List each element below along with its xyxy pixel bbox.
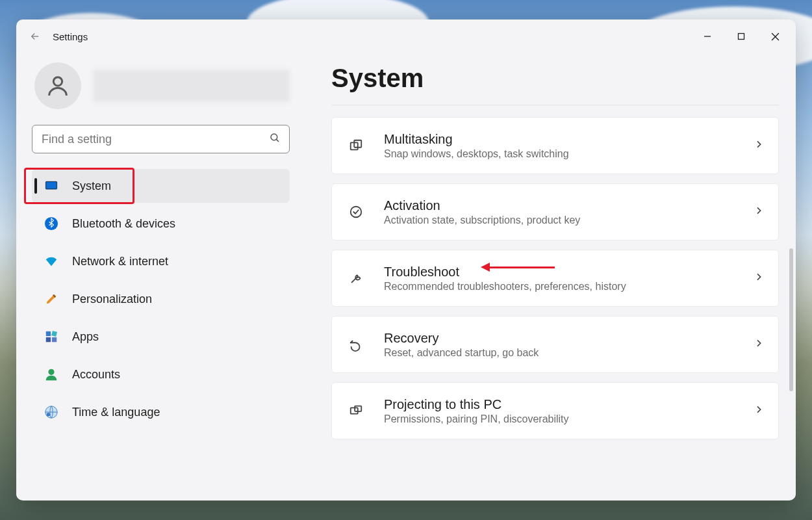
svg-rect-10 <box>46 332 51 336</box>
maximize-button[interactable] <box>724 24 758 49</box>
card-recovery[interactable]: Recovery Reset, advanced startup, go bac… <box>331 316 779 373</box>
sidebar-item-system[interactable]: System <box>32 169 290 203</box>
sidebar-item-label: Bluetooth & devices <box>72 217 175 231</box>
nav-list: System Bluetooth & devices Network & int… <box>32 169 290 433</box>
search-container <box>32 125 290 153</box>
apps-icon <box>44 329 59 344</box>
card-troubleshoot[interactable]: Troubleshoot Recommended troubleshooters… <box>331 250 779 307</box>
window-controls <box>691 24 792 49</box>
svg-point-16 <box>47 413 51 417</box>
card-subtitle: Activation state, subscriptions, product… <box>384 214 754 226</box>
card-subtitle: Reset, advanced startup, go back <box>384 347 754 359</box>
chevron-right-icon <box>754 338 764 351</box>
card-multitasking[interactable]: Multitasking Snap windows, desktops, tas… <box>331 117 779 174</box>
wifi-icon <box>44 254 59 269</box>
settings-window: Settings <box>16 20 796 500</box>
svg-rect-12 <box>46 337 51 342</box>
sidebar: System Bluetooth & devices Network & int… <box>16 53 305 500</box>
card-title: Recovery <box>384 331 754 346</box>
card-subtitle: Snap windows, desktops, task switching <box>384 148 754 160</box>
globe-icon <box>44 404 59 420</box>
sidebar-item-bluetooth-devices[interactable]: Bluetooth & devices <box>32 207 290 240</box>
card-text: Recovery Reset, advanced startup, go bac… <box>384 331 754 359</box>
chevron-right-icon <box>754 139 764 152</box>
card-text: Troubleshoot Recommended troubleshooters… <box>384 265 754 292</box>
avatar <box>34 62 81 109</box>
card-subtitle: Recommended troubleshooters, preferences… <box>384 281 754 292</box>
svg-point-14 <box>48 369 54 375</box>
svg-rect-7 <box>46 182 57 189</box>
card-subtitle: Permissions, pairing PIN, discoverabilit… <box>384 413 754 425</box>
chevron-right-icon <box>754 404 764 417</box>
wrench-icon <box>346 268 366 288</box>
multitask-icon <box>346 136 366 155</box>
project-icon <box>346 401 366 421</box>
card-text: Activation Activation state, subscriptio… <box>384 198 754 226</box>
svg-rect-13 <box>52 337 57 342</box>
brush-icon <box>44 291 59 307</box>
back-button[interactable] <box>24 25 46 47</box>
svg-point-19 <box>351 207 362 218</box>
sidebar-item-time-language[interactable]: Time & language <box>32 395 290 429</box>
card-projecting-to-this-pc[interactable]: Projecting to this PC Permissions, pairi… <box>331 382 779 439</box>
search-input[interactable] <box>32 125 290 153</box>
sidebar-item-accounts[interactable]: Accounts <box>32 358 290 391</box>
recovery-icon <box>346 335 366 354</box>
card-list: Multitasking Snap windows, desktops, tas… <box>331 117 779 439</box>
card-text: Multitasking Snap windows, desktops, tas… <box>384 132 754 160</box>
sidebar-item-label: Personalization <box>72 292 152 306</box>
card-activation[interactable]: Activation Activation state, subscriptio… <box>331 183 779 240</box>
svg-rect-11 <box>51 331 57 337</box>
svg-line-6 <box>276 139 279 142</box>
close-button[interactable] <box>758 24 792 49</box>
sidebar-item-apps[interactable]: Apps <box>32 320 290 354</box>
titlebar: Settings <box>16 20 796 53</box>
close-icon <box>771 32 780 41</box>
sidebar-item-network-internet[interactable]: Network & internet <box>32 244 290 278</box>
divider <box>331 105 779 105</box>
window-title: Settings <box>53 31 88 42</box>
search-icon <box>269 132 281 146</box>
sidebar-item-label: System <box>72 179 111 193</box>
svg-rect-1 <box>739 34 744 40</box>
scrollbar[interactable] <box>789 248 793 391</box>
card-title: Troubleshoot <box>384 265 754 280</box>
svg-point-4 <box>53 77 62 86</box>
sidebar-item-label: Time & language <box>72 406 160 419</box>
main-panel: System Multitasking Snap windows, deskto… <box>305 53 796 500</box>
card-title: Multitasking <box>384 132 754 147</box>
minimize-button[interactable] <box>691 24 724 49</box>
bluetooth-icon <box>44 216 59 231</box>
chevron-right-icon <box>754 205 764 218</box>
person-icon <box>44 367 59 382</box>
user-name-redacted <box>93 70 290 102</box>
user-profile[interactable] <box>34 62 290 109</box>
chevron-right-icon <box>754 272 764 285</box>
sidebar-item-label: Accounts <box>72 368 120 382</box>
sidebar-item-label: Apps <box>72 330 99 344</box>
person-icon <box>45 73 71 99</box>
minimize-icon <box>704 32 711 40</box>
svg-point-5 <box>271 134 277 140</box>
check-circle-icon <box>346 202 366 222</box>
sidebar-item-personalization[interactable]: Personalization <box>32 282 290 316</box>
sidebar-item-label: Network & internet <box>72 255 168 268</box>
maximize-icon <box>737 32 745 40</box>
page-title: System <box>331 64 779 93</box>
monitor-icon <box>44 178 59 194</box>
card-title: Projecting to this PC <box>384 397 754 412</box>
card-text: Projecting to this PC Permissions, pairi… <box>384 397 754 425</box>
back-arrow-icon <box>29 31 41 42</box>
card-title: Activation <box>384 198 754 213</box>
